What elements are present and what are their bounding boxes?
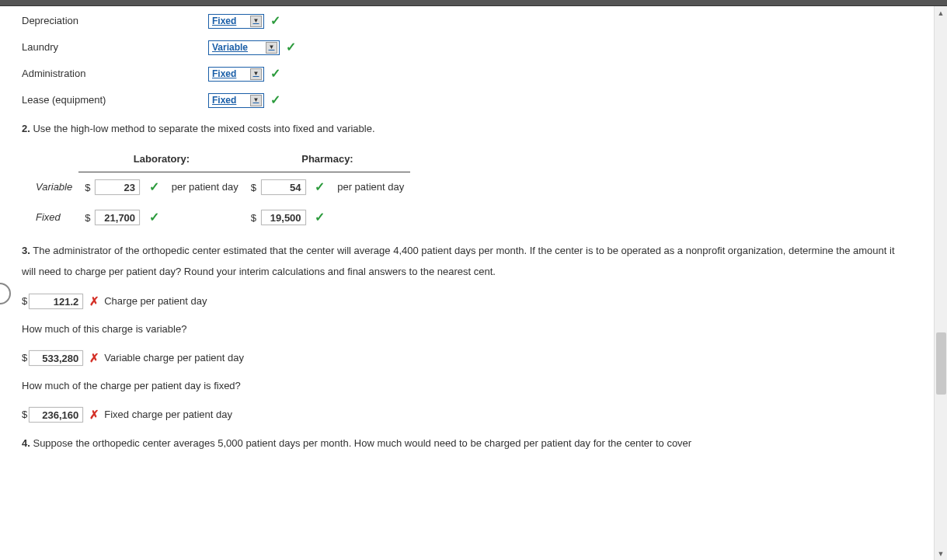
dollar-sign: $ [251, 212, 256, 224]
variable-label: Variable charge per patient day [104, 349, 244, 368]
cost-label: Administration [22, 64, 208, 84]
q2-prefix: 2. [22, 123, 30, 134]
variable-answer: $ 533,280 ✗ Variable charge per patient … [22, 347, 901, 370]
highlow-table: Laboratory: Pharmacy: Variable $ 23 ✓ pe… [30, 147, 410, 232]
q2-text: Use the high-low method to separate the … [33, 123, 374, 134]
cost-select-laundry[interactable]: Variable ▼ [208, 40, 280, 55]
window-topbar [0, 0, 947, 6]
dollar-sign: $ [85, 212, 90, 224]
cost-label: Depreciation [22, 12, 208, 31]
dollar-sign: $ [251, 182, 256, 193]
q3-text: The administrator of the orthopedic cent… [22, 245, 895, 277]
vertical-scrollbar[interactable]: ▲ ▼ [934, 6, 947, 560]
cross-icon: ✗ [89, 404, 99, 426]
cross-icon: ✗ [89, 347, 99, 370]
fixed-question: How much of the charge per patient day i… [22, 377, 901, 396]
lab-header: Laboratory: [78, 147, 245, 172]
check-icon: ✓ [315, 210, 325, 224]
ph-fixed-input[interactable]: 19,500 [261, 210, 306, 225]
select-value: Fixed [212, 92, 236, 110]
q4-prefix: 4. [22, 437, 30, 449]
chevron-down-icon: ▼ [266, 42, 277, 54]
check-icon: ✓ [270, 62, 280, 85]
dollar-sign: $ [85, 182, 90, 193]
cost-row-depreciation: Depreciation Fixed ▼ ✓ [22, 9, 901, 33]
check-icon: ✓ [270, 9, 280, 33]
chevron-down-icon: ▼ [250, 95, 262, 106]
fixed-input[interactable]: 236,160 [29, 407, 83, 423]
row-fixed-label: Fixed [30, 203, 78, 232]
fixed-answer: $ 236,160 ✗ Fixed charge per patient day [22, 404, 901, 426]
scroll-thumb[interactable] [936, 332, 946, 395]
dollar-sign: $ [22, 405, 27, 425]
scroll-down-button[interactable]: ▼ [935, 547, 947, 560]
cost-select-administration[interactable]: Fixed ▼ [208, 67, 264, 82]
charge-answer: $ 121.2 ✗ Charge per patient day [22, 290, 901, 313]
fixed-label: Fixed charge per patient day [104, 405, 232, 425]
cost-select-lease[interactable]: Fixed ▼ [208, 93, 264, 108]
scroll-up-button[interactable]: ▲ [935, 6, 947, 19]
variable-input[interactable]: 533,280 [29, 350, 83, 366]
select-value: Fixed [212, 65, 236, 83]
variable-question: How much of this charge is variable? [22, 320, 901, 339]
blank-header [30, 147, 78, 172]
q3-prefix: 3. [22, 245, 30, 256]
cost-label: Lease (equipment) [22, 91, 208, 110]
dollar-sign: $ [22, 349, 27, 368]
dollar-sign: $ [22, 292, 27, 311]
question-4: 4. Suppose the orthopedic center average… [22, 434, 901, 454]
check-icon: ✓ [149, 180, 159, 193]
cost-select-depreciation[interactable]: Fixed ▼ [208, 14, 264, 29]
question-2: 2. Use the high-low method to separate t… [22, 120, 901, 139]
lab-variable-input[interactable]: 23 [95, 179, 140, 195]
per-day-label: per patient day [165, 172, 245, 203]
ph-header: Pharmacy: [245, 147, 411, 172]
check-icon: ✓ [315, 180, 325, 193]
question-3: 3. The administrator of the orthopedic c… [22, 240, 901, 283]
check-icon: ✓ [270, 89, 280, 112]
lab-fixed-input[interactable]: 21,700 [95, 210, 140, 225]
cost-row-lease: Lease (equipment) Fixed ▼ ✓ [22, 89, 901, 112]
charge-label: Charge per patient day [104, 292, 207, 311]
select-value: Fixed [212, 12, 236, 30]
page-container: Depreciation Fixed ▼ ✓ Laundry Variable … [0, 6, 947, 560]
charge-input[interactable]: 121.2 [29, 294, 83, 309]
chevron-down-icon: ▼ [250, 16, 262, 27]
q4-text: Suppose the orthopedic center averages 5… [33, 437, 691, 449]
check-icon: ✓ [286, 36, 296, 59]
cost-row-laundry: Laundry Variable ▼ ✓ [22, 36, 901, 59]
ph-variable-input[interactable]: 54 [261, 179, 306, 195]
select-value: Variable [212, 39, 248, 57]
check-icon: ✓ [149, 210, 159, 224]
chevron-down-icon: ▼ [250, 68, 262, 80]
cross-icon: ✗ [89, 290, 99, 313]
row-variable-label: Variable [30, 172, 78, 203]
content-area: Depreciation Fixed ▼ ✓ Laundry Variable … [0, 6, 917, 464]
cost-row-administration: Administration Fixed ▼ ✓ [22, 62, 901, 85]
cost-label: Laundry [22, 38, 208, 57]
per-day-label: per patient day [331, 172, 410, 203]
